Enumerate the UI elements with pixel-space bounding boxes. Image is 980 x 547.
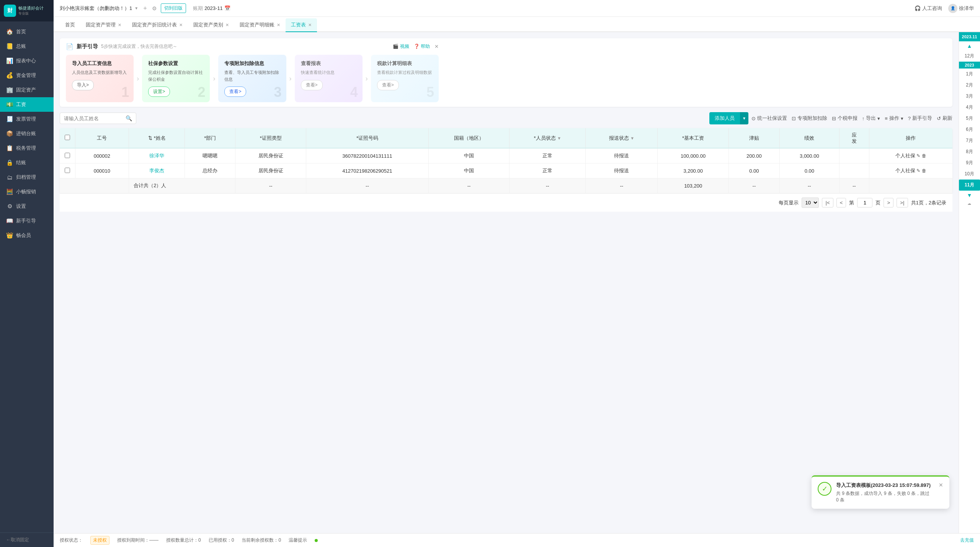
social-insurance-action[interactable]: ⊙ 统一社保设置 — [751, 115, 787, 122]
page-number-input[interactable] — [857, 198, 872, 207]
search-input[interactable] — [64, 116, 123, 121]
employee-name-link[interactable]: 李俊杰 — [149, 168, 164, 173]
sidebar-item-ledger[interactable]: 📒 总账 — [0, 39, 54, 54]
first-page-button[interactable]: |< — [822, 198, 833, 207]
select-all-checkbox[interactable] — [65, 135, 70, 140]
per-page-label: 每页显示 — [779, 199, 799, 206]
calendar-month-10[interactable]: 10月 — [959, 168, 980, 180]
sidebar-item-invoices[interactable]: 🧾 发票管理 — [0, 112, 54, 126]
step-action-btn[interactable]: 设置> — [148, 87, 170, 97]
add-employee-dropdown-button[interactable]: ▾ — [740, 112, 748, 124]
calendar-month-7[interactable]: 7月 — [959, 135, 980, 146]
total-dash: -- — [586, 178, 658, 193]
status-filter-icon[interactable]: ▼ — [557, 136, 561, 140]
tax-report-action[interactable]: ⊟ 个税申报 — [832, 115, 858, 122]
next-page-button[interactable]: > — [884, 198, 893, 207]
export-action[interactable]: ↑ 导出 ▾ — [862, 115, 880, 122]
sidebar-item-settings[interactable]: ⚙ 设置 — [0, 199, 54, 214]
search-icon[interactable]: 🔍 — [126, 115, 132, 121]
sidebar-item-assets[interactable]: 🏢 固定资产 — [0, 83, 54, 97]
tab-category[interactable]: 固定资产类别 ✕ — [188, 18, 234, 32]
delete-button[interactable]: 🗑 — [922, 153, 926, 158]
report-status-cell: 待报送 — [586, 148, 658, 163]
special-deduction-action[interactable]: ⊡ 专项附加扣除 — [792, 115, 827, 122]
last-page-button[interactable]: >| — [897, 198, 908, 207]
tab-detail[interactable]: 固定资产明细账 ✕ — [234, 18, 286, 32]
operate-action[interactable]: ≡ 操作 ▾ — [885, 115, 903, 122]
sidebar-item-label: 归档管理 — [16, 174, 36, 181]
topbar: 刘小艳演示账套（勿删勿动！）1 ▼ ＋ ⚙ 切到旧版 账期 2023-11 📅 … — [54, 0, 980, 17]
tab-fixed-assets[interactable]: 固定资产管理 ✕ — [80, 18, 127, 32]
sidebar-item-funds[interactable]: 💰 资金管理 — [0, 68, 54, 83]
calendar-month-6[interactable]: 6月 — [959, 124, 980, 135]
sidebar-unpin[interactable]: ←取消固定 — [0, 532, 54, 547]
calendar-icon[interactable]: 📅 — [224, 5, 230, 11]
tab-home[interactable]: 首页 — [60, 18, 80, 32]
prev-page-button[interactable]: < — [836, 198, 846, 207]
calendar-month-1[interactable]: 1月 — [959, 69, 980, 80]
recharge-link[interactable]: 去充值 — [960, 537, 974, 544]
account-settings-icon[interactable]: ⚙ — [152, 5, 157, 11]
sidebar-item-expense[interactable]: 🧮 小畅报销 — [0, 185, 54, 199]
sidebar-item-member[interactable]: 👑 畅会员 — [0, 228, 54, 243]
guide-help-btn[interactable]: ❓ 帮助 — [414, 43, 430, 50]
calendar-month-12[interactable]: 12月 — [959, 51, 980, 62]
switch-version-button[interactable]: 切到旧版 — [161, 3, 186, 13]
row-checkbox[interactable] — [65, 168, 70, 173]
tab-close-icon[interactable]: ✕ — [308, 23, 312, 28]
calendar-down-icon[interactable]: ▼ — [965, 191, 974, 200]
report-filter-icon[interactable]: ▼ — [630, 136, 634, 140]
tab-close-icon[interactable]: ✕ — [225, 23, 229, 28]
guide-icon: 📖 — [6, 217, 13, 224]
support-icon: 🎧 — [915, 5, 921, 11]
tab-depreciation[interactable]: 固定资产折旧统计表 ✕ — [127, 18, 188, 32]
calendar-month-9[interactable]: 9月 — [959, 157, 980, 168]
sidebar-item-tax[interactable]: 📋 税务管理 — [0, 141, 54, 155]
sidebar-item-reports[interactable]: 📊 报表中心 — [0, 54, 54, 68]
calendar-expand-icon[interactable]: ☁ — [966, 200, 973, 207]
calendar-month-8[interactable]: 8月 — [959, 146, 980, 157]
calendar-month-11[interactable]: 11月 — [959, 180, 980, 191]
guide-video-btn[interactable]: 🎬 视频 — [393, 43, 409, 50]
calendar-month-3[interactable]: 3月 — [959, 91, 980, 102]
tab-close-icon[interactable]: ✕ — [277, 23, 280, 28]
sidebar-item-home[interactable]: 🏠 首页 — [0, 24, 54, 39]
per-page-select[interactable]: 10 20 50 — [802, 198, 819, 208]
th-checkbox — [60, 128, 75, 148]
tab-close-icon[interactable]: ✕ — [179, 23, 183, 28]
step-action-btn[interactable]: 查看> — [224, 87, 246, 97]
account-info[interactable]: 刘小艳演示账套（勿删勿动！）1 ▼ — [60, 5, 138, 12]
user-button[interactable]: 👤 徐泽华 — [948, 4, 974, 13]
page-word: 页 — [875, 199, 880, 206]
toast-close-icon[interactable]: ✕ — [939, 482, 943, 488]
employee-name-link[interactable]: 徐泽华 — [149, 153, 164, 158]
step-action-btn[interactable]: 查看> — [301, 80, 323, 90]
step-action-btn[interactable]: 导入> — [72, 80, 94, 90]
guide-close-icon[interactable]: ✕ — [434, 44, 439, 49]
step-action-btn[interactable]: 查看> — [377, 80, 399, 90]
add-employee-button[interactable]: 添加人员 — [709, 112, 740, 124]
calendar-arrows: ▲ — [965, 41, 974, 51]
tab-close-icon[interactable]: ✕ — [118, 23, 121, 28]
newbie-guide-action[interactable]: ? 新手引导 — [908, 115, 932, 122]
tab-label: 固定资产管理 — [86, 21, 116, 28]
calendar-month-5[interactable]: 5月 — [959, 113, 980, 124]
calendar-up-icon[interactable]: ▲ — [965, 41, 974, 51]
row-checkbox[interactable] — [65, 153, 70, 158]
edit-button[interactable]: ✎ — [916, 168, 920, 173]
add-account-button[interactable]: ＋ — [142, 4, 148, 12]
sidebar-item-close[interactable]: 🔒 结账 — [0, 155, 54, 170]
support-button[interactable]: 🎧 人工咨询 — [915, 5, 942, 12]
toolbar: 🔍 添加人员 ▾ ⊙ 统一社保设置 ⊡ 专项附加扣除 — [60, 112, 952, 124]
edit-button[interactable]: ✎ — [916, 153, 920, 158]
sidebar-item-payroll[interactable]: 💵 工资 — [0, 97, 54, 112]
sidebar-item-archive[interactable]: 🗂 归档管理 — [0, 170, 54, 185]
tab-payroll[interactable]: 工资表 ✕ — [286, 18, 317, 32]
delete-button[interactable]: 🗑 — [922, 168, 926, 173]
calendar-month-2[interactable]: 2月 — [959, 80, 980, 91]
warning-dot-icon — [315, 539, 318, 542]
sidebar-item-guide[interactable]: 📖 新手引导 — [0, 214, 54, 228]
sidebar-item-inventory[interactable]: 📦 进销台账 — [0, 126, 54, 141]
refresh-action[interactable]: ↺ 刷新 — [937, 115, 952, 122]
calendar-month-4[interactable]: 4月 — [959, 102, 980, 113]
